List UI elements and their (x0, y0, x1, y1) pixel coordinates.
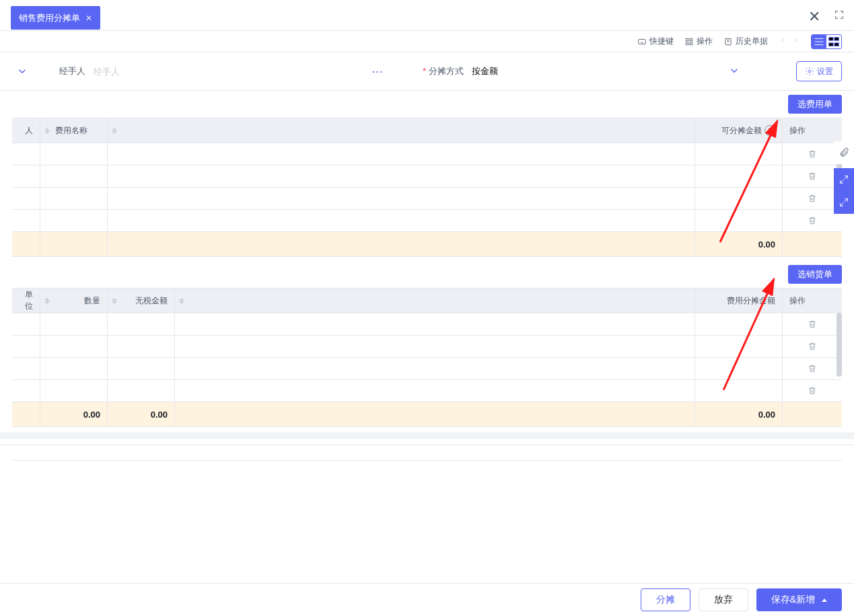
view-switch (811, 34, 842, 49)
svg-rect-8 (829, 42, 833, 46)
col-person: 人 (12, 118, 40, 143)
toolbar-operate[interactable]: 操作 (684, 36, 713, 47)
trash-icon[interactable] (807, 385, 818, 396)
view-card-icon[interactable] (826, 35, 841, 48)
svg-point-10 (808, 70, 811, 73)
toolbar-history-label: 历史单据 (736, 36, 768, 47)
chevron-down-icon[interactable] (12, 65, 32, 77)
col-alloc2: 费用分摊金额 (695, 288, 783, 313)
sum-alloc2: 0.00 (695, 402, 783, 426)
trash-icon[interactable] (807, 341, 818, 352)
info-icon[interactable]: ? (764, 125, 775, 136)
keyboard-icon (637, 37, 647, 46)
trash-icon[interactable] (807, 363, 818, 374)
col-alloc-amount: 可分摊金额? (695, 118, 783, 143)
svg-rect-2 (690, 38, 692, 41)
trash-icon[interactable] (807, 171, 818, 182)
svg-rect-9 (834, 42, 839, 46)
sum-alloc: 0.00 (695, 232, 783, 256)
settings-button[interactable]: 设置 (796, 61, 842, 81)
remarks-area (0, 445, 854, 496)
trash-icon[interactable] (807, 215, 818, 226)
scrollbar-thumb[interactable] (837, 313, 842, 377)
alloc-button[interactable]: 分摊 (641, 588, 690, 611)
view-list-icon[interactable] (812, 35, 826, 48)
expand-icon[interactable] (834, 168, 854, 191)
svg-rect-3 (686, 42, 688, 44)
col-unit: 单位 (12, 288, 40, 313)
handler-input[interactable] (92, 66, 364, 77)
discard-button[interactable]: 放弃 (699, 588, 748, 611)
expand-icon-2[interactable] (834, 191, 854, 214)
sum-qty: 0.00 (40, 402, 108, 426)
method-select[interactable] (470, 66, 742, 77)
col-blank-sort[interactable] (175, 288, 695, 313)
toolbar-shortcut-label: 快捷键 (649, 36, 674, 47)
nav-next-icon[interactable] (792, 36, 800, 46)
svg-rect-1 (686, 38, 688, 41)
svg-rect-7 (834, 37, 839, 40)
svg-rect-4 (690, 42, 692, 44)
fullscreen-icon[interactable] (834, 9, 845, 20)
method-label: *分摊方式 (423, 65, 464, 77)
history-icon (723, 37, 733, 46)
more-icon[interactable]: ··· (372, 67, 384, 77)
trash-icon[interactable] (807, 149, 818, 159)
close-app-icon[interactable]: ✕ (808, 8, 820, 26)
nav-prev-icon[interactable] (779, 36, 787, 46)
col-op: 操作 (783, 118, 842, 143)
col-op2: 操作 (783, 288, 842, 313)
toolbar-history[interactable]: 历史单据 (723, 36, 768, 47)
col-blank-sort[interactable] (108, 118, 695, 143)
chevron-down-icon[interactable] (728, 65, 740, 79)
svg-rect-6 (829, 37, 833, 40)
trash-icon[interactable] (807, 193, 818, 204)
sum-notax: 0.00 (108, 402, 175, 426)
grid-icon (684, 37, 694, 46)
col-expense-name[interactable]: 费用名称 (40, 118, 108, 143)
handler-label: 经手人 (59, 65, 85, 77)
tab-title: 销售费用分摊单 (19, 12, 80, 24)
toolbar-shortcut[interactable]: 快捷键 (637, 36, 674, 47)
close-icon[interactable]: ✕ (85, 13, 92, 23)
col-qty[interactable]: 数量 (40, 288, 108, 313)
trash-icon[interactable] (807, 319, 818, 330)
tab-active[interactable]: 销售费用分摊单 ✕ (11, 6, 100, 30)
col-notax[interactable]: 无税金额 (108, 288, 175, 313)
toolbar-operate-label: 操作 (697, 36, 713, 47)
select-expense-button[interactable]: 选费用单 (788, 95, 842, 114)
settings-label: 设置 (817, 66, 833, 77)
save-new-button[interactable]: 保存&新增 (756, 588, 842, 611)
svg-rect-0 (639, 39, 646, 44)
attachment-icon[interactable] (834, 141, 854, 164)
select-sales-button[interactable]: 选销货单 (788, 265, 842, 284)
chevron-up-icon (822, 599, 827, 602)
